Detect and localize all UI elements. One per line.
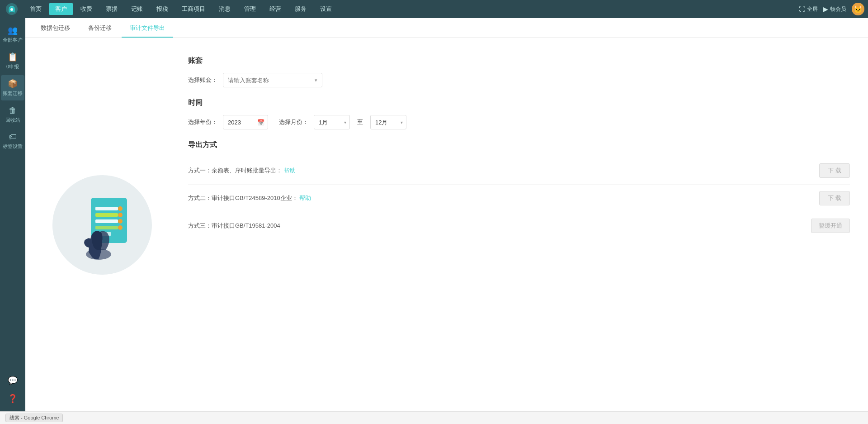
start-month-wrapper: 1月 2月 3月 4月 5月 6月 7月 8月 9月 10月 11月 12月 xyxy=(314,115,350,129)
sidebar-bottom: 💬 ❓ xyxy=(5,373,20,411)
sidebar: 👥 全部客户 📋 0申报 📦 账套迁移 🗑 回收站 🏷 标签设置 💬 ❓ xyxy=(0,18,25,411)
sidebar-bottom-icon1[interactable]: 💬 xyxy=(5,373,20,388)
fullscreen-icon: ⛶ xyxy=(799,5,805,13)
nav-operation[interactable]: 经营 xyxy=(263,3,288,15)
account-label: 选择账套： xyxy=(188,76,217,84)
tab-backup[interactable]: 备份迁移 xyxy=(80,19,120,38)
illustration-circle xyxy=(52,175,152,275)
export-method-1: 方式一：余额表、序时账批量导出： 帮助 下 载 xyxy=(188,157,850,185)
method-2-label-wrapper: 方式二：审计接口GB/T24589-2010企业： 帮助 xyxy=(188,194,311,202)
sidebar-label-recycle: 回收站 xyxy=(5,117,20,123)
logo[interactable] xyxy=(4,1,20,17)
nav-tax[interactable]: 报税 xyxy=(150,3,175,15)
sidebar-label-zero-report: 0申报 xyxy=(6,64,19,70)
nav-client[interactable]: 客户 xyxy=(49,3,73,15)
nav-manage[interactable]: 管理 xyxy=(238,3,262,15)
time-section-title: 时间 xyxy=(188,98,850,108)
svg-point-11 xyxy=(118,225,123,230)
method-2-download-button[interactable]: 下 载 xyxy=(819,191,850,205)
illustration-area xyxy=(43,52,161,398)
member-label: 畅会员 xyxy=(830,5,846,13)
sidebar-label-clients: 全部客户 xyxy=(3,37,23,43)
start-month-select[interactable]: 1月 2月 3月 4月 5月 6月 7月 8月 9月 10月 11月 12月 xyxy=(314,115,350,129)
main-layout: 👥 全部客户 📋 0申报 📦 账套迁移 🗑 回收站 🏷 标签设置 💬 ❓ 数据包… xyxy=(0,18,868,411)
tabs-bar: 数据包迁移 备份迁移 审计文件导出 xyxy=(25,18,868,38)
export-section-title: 导出方式 xyxy=(188,140,850,150)
nav-message[interactable]: 消息 xyxy=(212,3,237,15)
method-2-label: 方式二：审计接口GB/T24589-2010企业： xyxy=(188,195,298,201)
trash-icon: 🗑 xyxy=(9,106,17,115)
account-input[interactable] xyxy=(228,77,315,84)
sidebar-item-all-clients[interactable]: 👥 全部客户 xyxy=(1,22,24,47)
year-input[interactable] xyxy=(223,115,268,129)
nav-right: ⛶ 全屏 ▶ 畅会员 🐱 xyxy=(799,3,864,15)
sidebar-item-tag-settings[interactable]: 🏷 标签设置 xyxy=(1,129,24,153)
top-nav: 首页 客户 收费 票据 记账 报税 工商项目 消息 管理 经营 服务 设置 ⛶ … xyxy=(0,0,868,18)
fullscreen-button[interactable]: ⛶ 全屏 xyxy=(799,5,818,13)
sidebar-item-recycle[interactable]: 🗑 回收站 xyxy=(1,102,24,127)
svg-rect-3 xyxy=(95,207,118,210)
svg-rect-4 xyxy=(95,213,118,217)
fullscreen-label: 全屏 xyxy=(807,5,818,13)
svg-point-1 xyxy=(10,8,13,11)
nav-invoice[interactable]: 票据 xyxy=(99,3,124,15)
clients-icon: 👥 xyxy=(8,25,18,35)
nav-settings[interactable]: 设置 xyxy=(314,3,338,15)
method-3-label-wrapper: 方式三：审计接口GB/T19581-2004 xyxy=(188,222,280,230)
illustration-svg xyxy=(66,184,138,266)
export-method-3: 方式三：审计接口GB/T19581-2004 暂缓开通 xyxy=(188,212,850,239)
time-row: 选择年份： 📅 选择月份： 1月 2月 3月 4月 5月 6月 xyxy=(188,115,850,129)
method-1-label: 方式一：余额表、序时账批量导出： xyxy=(188,167,282,174)
report-icon: 📋 xyxy=(8,52,18,62)
account-select[interactable]: ▾ xyxy=(223,73,322,87)
nav-home[interactable]: 首页 xyxy=(24,3,48,15)
member-button[interactable]: ▶ 畅会员 xyxy=(823,5,846,13)
nav-fee[interactable]: 收费 xyxy=(74,3,99,15)
svg-point-10 xyxy=(118,219,123,224)
page-content: 账套 选择账套： ▾ 时间 选择年份： 📅 xyxy=(25,38,868,411)
year-label: 选择年份： xyxy=(188,118,217,126)
method-1-help-link[interactable]: 帮助 xyxy=(284,167,296,174)
sidebar-label-migration: 账套迁移 xyxy=(3,91,23,96)
status-bar-label: 线索 - Google Chrome xyxy=(5,414,63,422)
account-section-title: 账套 xyxy=(188,56,850,66)
migration-icon: 📦 xyxy=(8,79,18,89)
svg-rect-6 xyxy=(95,226,118,229)
method-1-download-button[interactable]: 下 载 xyxy=(819,163,850,178)
avatar[interactable]: 🐱 xyxy=(852,3,864,15)
svg-point-9 xyxy=(118,213,123,217)
account-select-row: 选择账套： ▾ xyxy=(188,73,850,87)
content-area: 数据包迁移 备份迁移 审计文件导出 xyxy=(25,18,868,411)
method-3-label: 方式三：审计接口GB/T19581-2004 xyxy=(188,222,280,229)
nav-bookkeeping[interactable]: 记账 xyxy=(125,3,149,15)
tab-data-package[interactable]: 数据包迁移 xyxy=(33,19,78,38)
status-bar: 线索 - Google Chrome xyxy=(0,411,868,424)
play-icon: ▶ xyxy=(823,5,828,13)
form-area: 账套 选择账套： ▾ 时间 选择年份： 📅 xyxy=(188,52,850,398)
tag-icon: 🏷 xyxy=(9,132,17,142)
month-label: 选择月份： xyxy=(279,118,308,126)
method-2-help-link[interactable]: 帮助 xyxy=(299,195,311,201)
year-input-wrapper: 📅 xyxy=(223,115,268,129)
export-method-2: 方式二：审计接口GB/T24589-2010企业： 帮助 下 载 xyxy=(188,185,850,212)
svg-point-8 xyxy=(118,206,123,211)
sidebar-item-account-migration[interactable]: 📦 账套迁移 xyxy=(1,75,24,100)
svg-rect-5 xyxy=(95,219,118,223)
nav-service[interactable]: 服务 xyxy=(288,3,313,15)
chevron-down-icon: ▾ xyxy=(315,77,317,83)
sidebar-bottom-icon2[interactable]: ❓ xyxy=(5,391,20,406)
sidebar-item-zero-report[interactable]: 📋 0申报 xyxy=(1,48,24,73)
method-3-open-button[interactable]: 暂缓开通 xyxy=(811,219,850,233)
to-label: 至 xyxy=(355,118,365,126)
nav-business[interactable]: 工商项目 xyxy=(175,3,212,15)
tab-audit-export[interactable]: 审计文件导出 xyxy=(122,19,173,38)
sidebar-label-tag: 标签设置 xyxy=(3,143,23,149)
method-1-label-wrapper: 方式一：余额表、序时账批量导出： 帮助 xyxy=(188,167,296,175)
end-month-select[interactable]: 1月 2月 3月 4月 5月 6月 7月 8月 9月 10月 11月 12月 xyxy=(370,115,406,129)
end-month-wrapper: 1月 2月 3月 4月 5月 6月 7月 8月 9月 10月 11月 12月 xyxy=(370,115,406,129)
nav-items: 首页 客户 收费 票据 记账 报税 工商项目 消息 管理 经营 服务 设置 xyxy=(24,3,799,15)
